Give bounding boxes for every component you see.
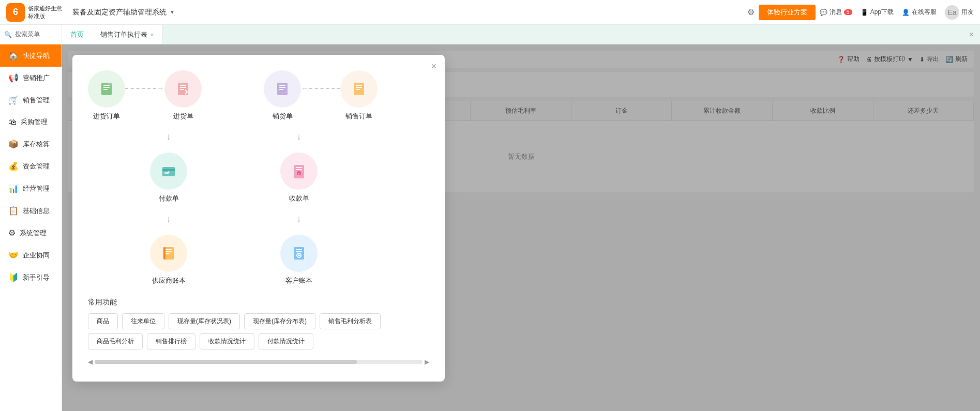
svg-rect-32	[296, 249, 302, 250]
avatar: Ea	[945, 5, 959, 20]
tab-bar: 首页 销售订单执行表 × ×	[62, 25, 980, 44]
common-title: 常用功能	[88, 298, 429, 307]
sidebar-item-guide[interactable]: 🔰 新手引导	[0, 266, 62, 288]
svg-rect-29	[165, 253, 170, 254]
sidebar-item-sales[interactable]: 🛒 销售管理	[0, 89, 62, 111]
flow-node-sales-order[interactable]: 销售订单	[340, 70, 378, 121]
header-right: 💬 消息 5 📱 App下载 👤 在线客服 Ea 用友	[820, 5, 974, 20]
sidebar-item-operation[interactable]: 📊 经营管理	[0, 177, 62, 200]
system-dropdown-icon[interactable]: ▼	[170, 9, 175, 15]
sidebar-item-purchase[interactable]: 🛍 采购管理	[0, 111, 62, 133]
trial-button[interactable]: 体验行业方案	[759, 5, 816, 20]
message-label: 消息	[830, 8, 842, 17]
flow-row-arrows: ↓ ↓	[88, 131, 429, 142]
tab-sales-order[interactable]: 销售订单执行表 ×	[92, 25, 162, 44]
func-buttons: 商品 往来单位 现存量(库存状况表) 现存量(库存分布表) 销售毛利分析表 商品…	[88, 313, 429, 349]
svg-rect-7	[180, 87, 186, 88]
func-btn-stock-distribution[interactable]: 现存量(库存分布表)	[244, 313, 315, 329]
svg-rect-15	[356, 87, 362, 88]
sidebar-item-label: 营销推广	[23, 73, 50, 83]
svg-rect-3	[103, 89, 108, 90]
sidebar-item-label: 新手引导	[23, 273, 50, 282]
tab-home[interactable]: 首页	[62, 25, 92, 44]
sidebar-item-label: 快捷导航	[23, 51, 50, 60]
svg-text:¥: ¥	[167, 170, 170, 174]
func-btn-stock-status[interactable]: 现存量(库存状况表)	[169, 313, 240, 329]
scroll-track[interactable]	[95, 360, 423, 364]
tab-close-icon[interactable]: ×	[150, 32, 154, 38]
sidebar-search[interactable]: 🔍 搜索菜单	[0, 25, 62, 44]
func-btn-sales-gross-analysis[interactable]: 销售毛利分析表	[320, 313, 381, 329]
sidebar-item-base-info[interactable]: 📋 基础信息	[0, 200, 62, 222]
tab-home-label: 首页	[70, 30, 84, 39]
flow-row-2: ¥ 付款单	[88, 153, 429, 203]
operation-icon: 📊	[8, 184, 19, 193]
purchase-order-circle	[88, 70, 125, 108]
logo-icon: 6	[6, 3, 25, 22]
sidebar-item-enterprise[interactable]: 🤝 企业协同	[0, 244, 62, 266]
sidebar-item-label: 采购管理	[21, 117, 48, 127]
flow-node-payment[interactable]: ¥ 付款单	[150, 153, 187, 203]
func-btn-contacts[interactable]: 往来单位	[122, 313, 164, 329]
sales-order-circle	[340, 70, 378, 108]
sidebar-item-quick-nav[interactable]: 🏠 快捷导航	[0, 44, 62, 67]
scroll-left-icon[interactable]: ◀	[88, 358, 93, 366]
func-btn-receipt-stats[interactable]: 收款情况统计	[200, 333, 254, 349]
quick-nav-icon: 🏠	[8, 51, 19, 60]
base-info-icon: 📋	[8, 206, 19, 216]
flow-row-3: 供应商账本	[88, 235, 429, 285]
flow-node-purchase-order[interactable]: 进货订单	[88, 70, 125, 121]
flow-node-sales-bill[interactable]: 销货单	[264, 70, 301, 121]
system-icon: ⚙	[8, 228, 16, 238]
sidebar-item-label: 销售管理	[23, 96, 50, 105]
online-service-action[interactable]: 👤 在线客服	[902, 8, 937, 17]
sales-order-label: 销售订单	[345, 112, 372, 121]
func-btn-sales-ranking[interactable]: 销售排行榜	[147, 333, 195, 349]
sales-bill-circle	[264, 70, 301, 108]
app-download-label: App下载	[870, 8, 894, 17]
message-badge: 5	[844, 9, 852, 15]
customer-ledger-label: 客户账本	[285, 276, 312, 285]
scroll-right-icon[interactable]: ▶	[425, 358, 429, 366]
flow-node-receipt[interactable]: ¥ 收款单	[280, 153, 318, 203]
flow-node-supplier-ledger[interactable]: 供应商账本	[150, 235, 187, 285]
logo-text: 畅康通好生意 标准版	[28, 5, 62, 20]
svg-rect-14	[356, 85, 362, 86]
func-btn-product[interactable]: 商品	[88, 313, 118, 329]
common-functions: 常用功能 商品 往来单位 现存量(库存状况表) 现存量(库存分布表) 销售毛利分…	[88, 298, 429, 349]
sidebar-item-system[interactable]: ⚙ 系统管理	[0, 222, 62, 244]
flow-diagram: 进货订单 →	[88, 70, 429, 285]
svg-rect-27	[165, 249, 172, 250]
func-btn-payment-stats[interactable]: 付款情况统计	[259, 333, 313, 349]
svg-rect-11	[279, 87, 285, 88]
flow-node-purchase-bill[interactable]: 进货单	[164, 70, 202, 121]
online-service-label: 在线客服	[912, 8, 937, 17]
purchase-bill-circle	[164, 70, 202, 108]
search-label: 搜索菜单	[15, 30, 40, 39]
sidebar-item-label: 资金管理	[23, 162, 50, 171]
marketing-icon: 📢	[8, 73, 19, 83]
sidebar-item-label: 企业协同	[23, 251, 50, 260]
sidebar-item-marketing[interactable]: 📢 营销推广	[0, 67, 62, 89]
user-action[interactable]: Ea 用友	[945, 5, 974, 20]
receipt-label: 收款单	[289, 194, 309, 203]
page-content: ❓ 帮助 🖨 按模板打印 ▼ ⬇ 导出 🔄 刷新	[62, 44, 980, 411]
func-btn-product-gross-analysis[interactable]: 商品毛利分析	[88, 333, 143, 349]
settings-icon[interactable]: ⚙	[747, 7, 755, 17]
sidebar-item-label: 系统管理	[20, 229, 47, 238]
supplier-ledger-label: 供应商账本	[152, 276, 186, 285]
modal-close-icon[interactable]: ×	[431, 61, 436, 72]
payment-label: 付款单	[159, 194, 179, 203]
sidebar: 🔍 搜索菜单 🏠 快捷导航 📢 营销推广 🛒 销售管理 🛍 采购管理 📦	[0, 25, 62, 411]
sidebar-item-inventory[interactable]: 📦 库存核算	[0, 133, 62, 155]
app-download-action[interactable]: 📱 App下载	[861, 8, 894, 17]
sidebar-item-finance[interactable]: 💰 资金管理	[0, 155, 62, 177]
service-icon: 👤	[902, 9, 910, 16]
svg-rect-10	[279, 85, 285, 86]
tab-close-all[interactable]: ×	[963, 30, 980, 39]
svg-rect-22	[296, 167, 302, 168]
svg-rect-12	[279, 89, 283, 90]
flow-node-customer-ledger[interactable]: 客户账本	[280, 235, 318, 285]
message-action[interactable]: 💬 消息 5	[820, 8, 852, 17]
purchase-bill-label: 进货单	[173, 112, 193, 121]
